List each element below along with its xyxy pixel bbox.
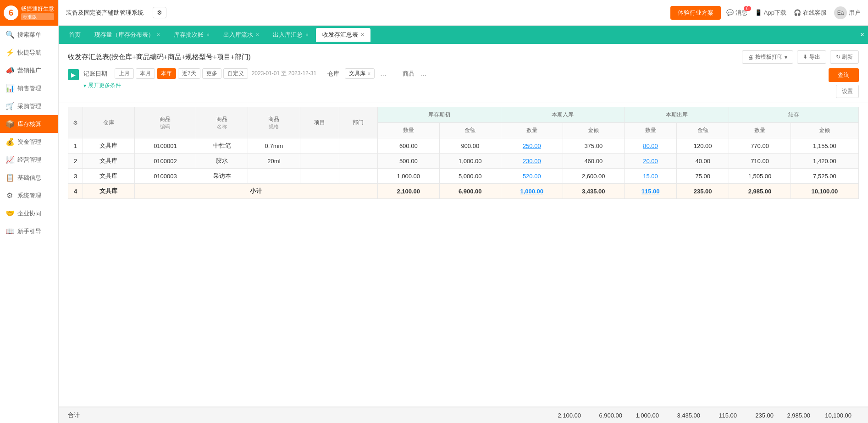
total-closing-qty: 2,985.00 <box>781 412 818 419</box>
sidebar-item-新手引导[interactable]: 📖新手引导 <box>0 222 58 240</box>
sidebar-logo: 6 畅捷通好生意 标准版 <box>0 0 58 26</box>
user-item[interactable]: Ea 用户 <box>834 6 861 19</box>
warehouse-more-btn[interactable]: ... <box>380 70 386 78</box>
date-btn-more[interactable]: 更多 <box>202 68 221 79</box>
gear-button[interactable]: ⚙ <box>153 7 166 18</box>
date-btn-7days[interactable]: 近7天 <box>178 68 200 79</box>
tab-库存批次账[interactable]: 库存批次账× <box>167 28 216 42</box>
row-in-qty[interactable]: 250.00 <box>501 138 563 154</box>
row-no: 3 <box>68 169 83 184</box>
online-service-label: 在线客服 <box>803 9 827 17</box>
row-goods-name: 胶水 <box>196 154 248 169</box>
date-btn-this-month[interactable]: 本月 <box>136 68 155 79</box>
sidebar-item-企业协同[interactable]: 🤝企业协同 <box>0 204 58 222</box>
date-btn-custom[interactable]: 自定义 <box>223 68 248 79</box>
warehouse-tag-close-btn[interactable]: × <box>367 71 370 77</box>
sidebar-item-库存核算[interactable]: 📦库存核算 <box>0 115 58 133</box>
row-project <box>300 138 339 154</box>
sidebar-item-经营管理[interactable]: 📈经营管理 <box>0 151 58 169</box>
row-in-amount: 375.00 <box>563 138 625 154</box>
sidebar: 6 畅捷通好生意 标准版 🔍搜索菜单⚡快捷导航📣营销推广📊销售管理🛒采购管理📦库… <box>0 0 59 423</box>
table-row: 1 文具库 0100001 中性笔 0.7mm 600.00 900.00 25… <box>68 138 859 154</box>
tab-close-btn[interactable]: × <box>361 32 364 38</box>
row-opening-amount: 900.00 <box>439 138 501 154</box>
sidebar-item-营销推广[interactable]: 📣营销推广 <box>0 61 58 79</box>
row-in-qty[interactable]: 520.00 <box>501 169 563 184</box>
total-out-qty: 115.00 <box>708 412 744 419</box>
warehouse-tag[interactable]: 文具库 × <box>345 68 375 79</box>
expand-icon: ▾ <box>83 82 86 89</box>
data-table-container: ⚙ 仓库 商品编码 商品名称 商品规格 项目 部门 库存期初 本期入库 本期出库… <box>59 107 868 208</box>
row-in-qty[interactable]: 230.00 <box>501 154 563 169</box>
tabs-close-all-btn[interactable]: × <box>860 31 864 39</box>
subtotal-no: 4 <box>68 184 83 199</box>
subtotal-in-qty[interactable]: 1,000.00 <box>501 184 563 199</box>
chevron-down-icon: ▾ <box>785 54 787 60</box>
tab-出入库流水[interactable]: 出入库流水× <box>217 28 265 42</box>
print-btn[interactable]: 🖨 按模板打印 ▾ <box>742 50 793 64</box>
subtotal-label: 小计 <box>134 184 377 199</box>
row-out-qty[interactable]: 80.00 <box>625 138 677 154</box>
filter-toggle-btn[interactable]: ▶ <box>68 69 79 80</box>
row-out-amount: 40.00 <box>677 154 729 169</box>
expand-conditions-btn[interactable]: ▾ 展开更多条件 <box>83 82 121 89</box>
sidebar-item-label: 资金管理 <box>17 138 41 146</box>
query-btn[interactable]: 查询 <box>829 68 859 82</box>
export-btn[interactable]: ⬇ 导出 <box>797 50 826 64</box>
date-filter-label: 记账日期 <box>83 70 109 78</box>
row-project <box>300 169 339 184</box>
row-opening-qty: 500.00 <box>378 154 440 169</box>
online-service-item[interactable]: 🎧 在线客服 <box>794 9 827 17</box>
footer-total-row: 合计 2,100.00 6,900.00 1,000.00 3,435.00 1… <box>59 407 868 423</box>
messages-icon-item[interactable]: 💬 消息 6 <box>726 9 747 17</box>
row-closing-qty: 1,505.00 <box>729 169 791 184</box>
sidebar-item-搜索菜单[interactable]: 🔍搜索菜单 <box>0 26 58 44</box>
sidebar-icon: 📊 <box>6 84 14 93</box>
tab-label: 收发存汇总表 <box>322 31 358 39</box>
sidebar-item-采购管理[interactable]: 🛒采购管理 <box>0 97 58 115</box>
row-out-qty[interactable]: 20.00 <box>625 154 677 169</box>
settings-btn[interactable]: 设置 <box>836 85 859 98</box>
export-icon: ⬇ <box>803 54 807 60</box>
tab-close-btn[interactable]: × <box>256 32 259 38</box>
row-closing-amount: 1,155.00 <box>791 138 858 154</box>
goods-more-btn[interactable]: ... <box>420 70 426 78</box>
sidebar-item-销售管理[interactable]: 📊销售管理 <box>0 79 58 97</box>
tab-label: 现存量（库存分布表） <box>94 31 154 39</box>
sidebar-item-label: 快捷导航 <box>17 49 41 57</box>
sidebar-icon: 🤝 <box>6 209 14 218</box>
date-btn-last-month[interactable]: 上月 <box>115 68 134 79</box>
user-label: 用户 <box>849 9 861 17</box>
sidebar-item-资金管理[interactable]: 💰资金管理 <box>0 133 58 151</box>
printer-icon: 🖨 <box>748 54 753 60</box>
row-goods-code: 0100001 <box>134 138 196 154</box>
sidebar-item-系统管理[interactable]: ⚙系统管理 <box>0 187 58 204</box>
tab-现存量（库存分布表）[interactable]: 现存量（库存分布表）× <box>88 28 166 42</box>
tab-出入库汇总[interactable]: 出入库汇总× <box>266 28 315 42</box>
total-label: 合计 <box>68 411 380 419</box>
sidebar-item-快捷导航[interactable]: ⚡快捷导航 <box>0 44 58 61</box>
tab-close-btn[interactable]: × <box>206 32 210 38</box>
table-settings-header[interactable]: ⚙ <box>68 107 83 138</box>
app-download-item[interactable]: 📱 App下载 <box>755 9 786 17</box>
tab-close-btn[interactable]: × <box>305 32 309 38</box>
sidebar-item-基础信息[interactable]: 📋基础信息 <box>0 169 58 187</box>
row-out-qty[interactable]: 15.00 <box>625 169 677 184</box>
subtotal-out-qty[interactable]: 115.00 <box>625 184 677 199</box>
row-goods-name: 中性笔 <box>196 138 248 154</box>
sidebar-icon: 🔍 <box>6 30 14 39</box>
tab-收发存汇总表[interactable]: 收发存汇总表× <box>316 28 370 42</box>
user-avatar: Ea <box>834 6 847 19</box>
col-header-department: 部门 <box>339 107 378 138</box>
col-opening-amount: 金额 <box>439 123 501 138</box>
col-header-goods-code: 商品编码 <box>134 107 196 138</box>
refresh-btn[interactable]: ↻ 刷新 <box>830 50 859 64</box>
experience-btn[interactable]: 体验行业方案 <box>670 6 721 20</box>
col-opening-qty: 数量 <box>378 123 440 138</box>
sidebar-icon: 📈 <box>6 155 14 164</box>
tab-close-btn[interactable]: × <box>157 32 160 38</box>
tab-首页[interactable]: 首页 <box>62 28 87 42</box>
sidebar-item-label: 基础信息 <box>17 174 41 182</box>
date-btn-this-year[interactable]: 本年 <box>157 68 176 79</box>
topbar-icons: 💬 消息 6 📱 App下载 🎧 在线客服 Ea 用户 <box>726 6 861 19</box>
